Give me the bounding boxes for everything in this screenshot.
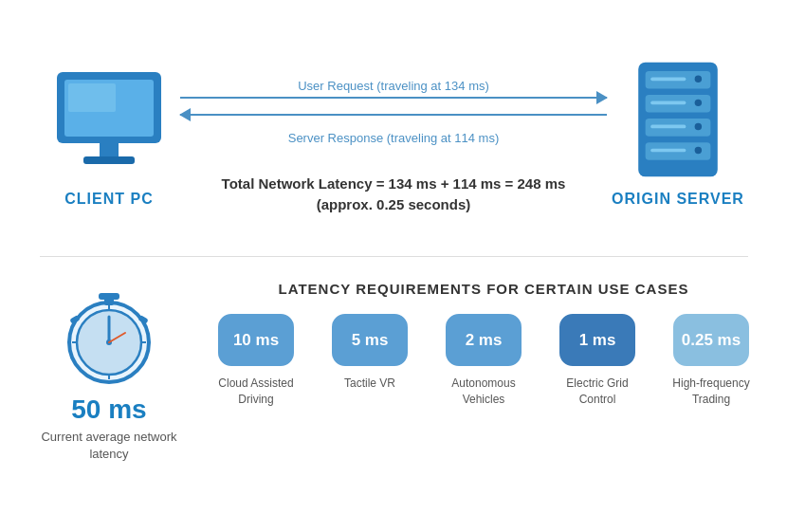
svg-rect-13 — [650, 149, 686, 153]
latency-line1: Total Network Latency = 134 ms + 114 ms … — [222, 174, 566, 195]
use-case-item: 0.25 msHigh-frequency Trading — [664, 314, 759, 408]
latency-line2: (approx. 0.25 seconds) — [222, 194, 566, 216]
arrows-section: User Request (traveling at 134 ms) Serve… — [180, 50, 607, 216]
svg-rect-10 — [650, 77, 686, 81]
response-arrow — [180, 114, 607, 116]
stopwatch-icon — [57, 281, 161, 385]
server-block: ORIGIN SERVER — [607, 58, 749, 208]
client-block: CLIENT PC — [38, 58, 180, 208]
svg-point-15 — [695, 100, 702, 106]
top-section: CLIENT PC User Request (traveling at 134… — [0, 0, 787, 256]
svg-rect-2 — [68, 83, 116, 112]
use-case-item: 10 msCloud Assisted Driving — [209, 314, 303, 408]
use-case-label: High-frequency Trading — [664, 376, 759, 408]
use-case-bubble: 2 ms — [446, 314, 522, 366]
latency-req-title: LATENCY REQUIREMENTS FOR CERTAIN USE CAS… — [279, 281, 689, 297]
use-case-bubble: 0.25 ms — [673, 314, 749, 366]
svg-point-16 — [695, 123, 702, 130]
use-case-item: 5 msTactile VR — [322, 314, 417, 392]
svg-rect-12 — [650, 125, 686, 129]
use-case-bubble: 10 ms — [218, 314, 294, 366]
latency-summary: Total Network Latency = 134 ms + 114 ms … — [222, 174, 566, 216]
use-case-label: Cloud Assisted Driving — [209, 376, 303, 408]
svg-rect-11 — [650, 101, 686, 105]
svg-point-14 — [695, 76, 702, 83]
use-case-label: Electric Grid Control — [550, 376, 645, 408]
use-case-item: 2 msAutonomous Vehicles — [436, 314, 531, 408]
client-pc-icon — [47, 58, 171, 181]
stopwatch-desc: Current average network latency — [38, 429, 180, 463]
svg-rect-3 — [100, 143, 119, 156]
response-label: Server Response (traveling at 114 ms) — [180, 131, 607, 145]
request-label: User Request (traveling at 134 ms) — [180, 79, 607, 93]
stopwatch-value: 50 ms — [71, 394, 146, 425]
use-cases-list: 10 msCloud Assisted Driving5 msTactile V… — [209, 314, 759, 408]
latency-requirements-block: LATENCY REQUIREMENTS FOR CERTAIN USE CAS… — [209, 281, 759, 408]
svg-rect-24 — [99, 293, 119, 300]
use-case-bubble: 5 ms — [332, 314, 408, 366]
client-label: CLIENT PC — [64, 191, 153, 208]
svg-rect-4 — [83, 156, 135, 164]
request-arrow — [180, 97, 607, 99]
use-case-label: Autonomous Vehicles — [436, 376, 531, 408]
use-case-item: 1 msElectric Grid Control — [550, 314, 645, 408]
origin-server-icon — [616, 58, 740, 181]
svg-point-17 — [695, 147, 702, 154]
stopwatch-block: 50 ms Current average network latency — [38, 281, 180, 463]
bottom-section: 50 ms Current average network latency LA… — [0, 257, 787, 482]
use-case-label: Tactile VR — [344, 376, 395, 392]
server-label: ORIGIN SERVER — [612, 191, 744, 208]
use-case-bubble: 1 ms — [559, 314, 635, 366]
